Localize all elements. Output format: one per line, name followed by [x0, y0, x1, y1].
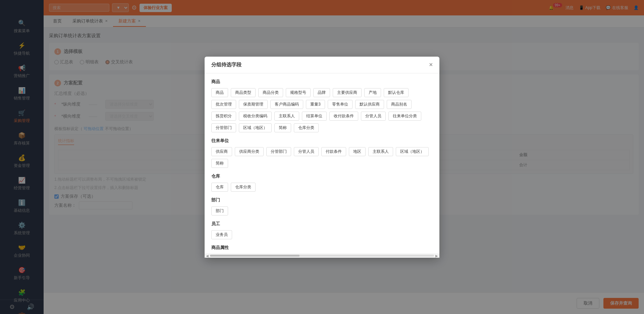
field-section-title-3: 部门 — [211, 197, 433, 203]
field-tag-0-1[interactable]: 商品类型 — [231, 88, 256, 97]
field-tags-3: 部门 — [211, 206, 433, 215]
field-section-5: 商品属性属性颜色多规格尺码鞋码1 — [211, 245, 433, 254]
field-tag-1-4[interactable]: 付款条件 — [321, 147, 346, 156]
field-tag-0-4[interactable]: 品牌 — [313, 88, 330, 97]
h-scrollbar-track — [210, 255, 434, 257]
field-tag-0-0[interactable]: 商品 — [211, 88, 228, 97]
modal-overlay: 分组待选字段 × 商品商品商品类型商品分类规格型号品牌主要供应商产地默认仓库批次… — [0, 0, 644, 314]
field-section-1: 往来单位供应商供应商分类分管部门分管人员付款条件地区主联系人区域（地区）简称 — [211, 138, 433, 168]
field-tag-0-17[interactable]: 主联系人 — [274, 112, 299, 121]
field-tag-0-25[interactable]: 仓库分类 — [294, 123, 319, 132]
field-tag-1-0[interactable]: 供应商 — [211, 147, 232, 156]
modal-horizontal-scrollbar[interactable]: ◀ ▶ — [205, 254, 439, 258]
field-section-title-4: 员工 — [211, 221, 433, 227]
field-tag-1-3[interactable]: 分管人员 — [294, 147, 319, 156]
field-tag-0-5[interactable]: 主要供应商 — [333, 88, 362, 97]
field-tag-0-23[interactable]: 区域（地区） — [239, 123, 272, 132]
field-tag-0-2[interactable]: 商品分类 — [258, 88, 283, 97]
modal-dialog: 分组待选字段 × 商品商品商品类型商品分类规格型号品牌主要供应商产地默认仓库批次… — [205, 57, 439, 258]
field-section-title-1: 往来单位 — [211, 138, 433, 144]
field-tag-0-24[interactable]: 简称 — [274, 123, 291, 132]
field-tag-0-16[interactable]: 税收分类编码 — [239, 112, 272, 121]
field-tag-1-5[interactable]: 地区 — [349, 147, 366, 156]
field-tag-0-12[interactable]: 零售单位 — [328, 100, 353, 109]
modal-close-button[interactable]: × — [429, 61, 433, 68]
field-section-title-5: 商品属性 — [211, 245, 433, 251]
field-tags-0: 商品商品类型商品分类规格型号品牌主要供应商产地默认仓库批次管理保质期管理客户商品… — [211, 88, 433, 132]
modal-body: 商品商品商品类型商品分类规格型号品牌主要供应商产地默认仓库批次管理保质期管理客户… — [205, 73, 439, 254]
h-scrollbar-thumb — [210, 255, 300, 257]
field-tags-1: 供应商供应商分类分管部门分管人员付款条件地区主联系人区域（地区）简称 — [211, 147, 433, 168]
field-tag-1-8[interactable]: 简称 — [211, 159, 228, 168]
field-section-3: 部门部门 — [211, 197, 433, 215]
field-tag-0-11[interactable]: 重量3 — [306, 100, 325, 109]
modal-header: 分组待选字段 × — [205, 57, 439, 73]
field-tag-2-1[interactable]: 仓库分类 — [231, 183, 256, 192]
field-tag-1-2[interactable]: 分管部门 — [266, 147, 291, 156]
modal-title: 分组待选字段 — [211, 62, 241, 68]
field-tag-1-6[interactable]: 主联系人 — [368, 147, 393, 156]
field-tag-0-20[interactable]: 分管人员 — [361, 112, 386, 121]
field-tag-0-18[interactable]: 结算单位 — [302, 112, 327, 121]
field-tag-0-13[interactable]: 默认供应商 — [355, 100, 384, 109]
field-tag-0-7[interactable]: 默认仓库 — [384, 88, 409, 97]
field-tag-0-3[interactable]: 规格型号 — [286, 88, 311, 97]
field-section-0: 商品商品商品类型商品分类规格型号品牌主要供应商产地默认仓库批次管理保质期管理客户… — [211, 79, 433, 132]
field-tag-0-8[interactable]: 批次管理 — [211, 100, 236, 109]
field-tag-0-15[interactable]: 拣货积分 — [211, 112, 236, 121]
field-tags-2: 仓库仓库分类 — [211, 183, 433, 192]
field-section-title-2: 仓库 — [211, 173, 433, 179]
field-tag-3-0[interactable]: 部门 — [211, 206, 228, 215]
field-tag-1-1[interactable]: 供应商分类 — [235, 147, 264, 156]
field-section-title-0: 商品 — [211, 79, 433, 85]
field-tag-0-10[interactable]: 客户商品编码 — [270, 100, 303, 109]
field-tag-0-19[interactable]: 收付款条件 — [329, 112, 358, 121]
field-section-2: 仓库仓库仓库分类 — [211, 173, 433, 192]
field-tag-0-9[interactable]: 保质期管理 — [239, 100, 268, 109]
field-tag-1-7[interactable]: 区域（地区） — [396, 147, 429, 156]
field-tag-4-0[interactable]: 业务员 — [211, 230, 232, 239]
field-tags-4: 业务员 — [211, 230, 433, 239]
field-section-4: 员工业务员 — [211, 221, 433, 239]
field-tag-0-21[interactable]: 往来单位分类 — [388, 112, 421, 121]
field-tag-0-22[interactable]: 分管部门 — [211, 123, 236, 132]
field-tag-0-6[interactable]: 产地 — [364, 88, 381, 97]
field-tag-0-14[interactable]: 商品别名 — [387, 100, 412, 109]
field-tag-2-0[interactable]: 仓库 — [211, 183, 228, 192]
